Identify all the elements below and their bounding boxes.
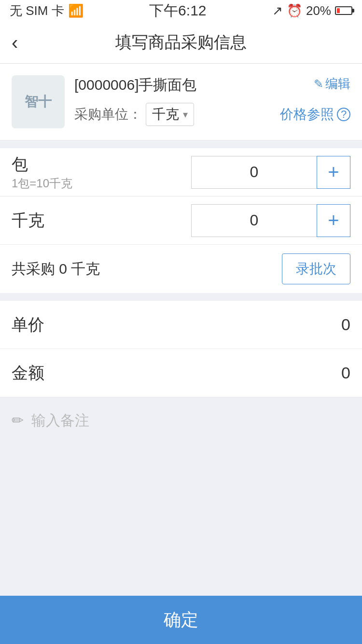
wifi-icon: 📶 (68, 3, 84, 18)
status-left: 无 SIM 卡 📶 (10, 2, 84, 19)
kg-label-main: 千克 (12, 210, 98, 232)
section-divider-1 (0, 140, 362, 148)
amount-row: 金额 0 (0, 349, 362, 397)
confirm-button[interactable]: 确定 (0, 596, 362, 644)
unit-row: 采购单位： 千克 ▾ 价格参照 ? (74, 103, 350, 126)
kg-input[interactable] (191, 204, 317, 237)
kg-plus-button[interactable]: + (317, 204, 350, 237)
status-right: ↗ ⏰ 20% (272, 3, 352, 18)
status-time: 下午6:12 (149, 1, 206, 21)
bao-label-sub: 1包=10千克 (12, 176, 98, 191)
price-ref-button[interactable]: 价格参照 ? (280, 105, 350, 124)
section-divider-2 (0, 293, 362, 301)
price-section: 单价 0 金额 0 (0, 301, 362, 397)
amount-value: 0 (341, 364, 350, 382)
unit-price-label: 单价 (12, 314, 44, 336)
alarm-icon: ⏰ (287, 3, 302, 18)
bao-input-right: + (191, 156, 350, 189)
location-icon: ↗ (272, 3, 283, 18)
kg-input-right: + (191, 204, 350, 237)
amount-label: 金额 (12, 362, 44, 384)
product-info: [0000006]手撕面包 ✎ 编辑 采购单位： 千克 ▾ 价格参照 ? (74, 75, 350, 126)
help-icon: ? (337, 108, 350, 121)
pencil-icon: ✏ (12, 412, 24, 429)
bao-input-row: 包 1包=10千克 + (0, 148, 362, 196)
input-section: 包 1包=10千克 + 千克 + (0, 148, 362, 245)
edit-button[interactable]: ✎ 编辑 (314, 75, 350, 92)
product-logo: 智十 (12, 75, 65, 128)
product-card: 智十 [0000006]手撕面包 ✎ 编辑 采购单位： 千克 ▾ (0, 64, 362, 140)
remark-section[interactable]: ✏ 输入备注 (0, 397, 362, 455)
bao-input[interactable] (191, 156, 317, 189)
logo-text: 智十 (25, 93, 52, 111)
batch-button[interactable]: 录批次 (282, 253, 350, 284)
no-sim-label: 无 SIM 卡 (10, 2, 64, 19)
edit-icon: ✎ (314, 77, 323, 91)
battery-percent: 20% (306, 3, 331, 18)
nav-bar: ‹ 填写商品采购信息 (0, 21, 362, 64)
bao-label-main: 包 (12, 154, 98, 176)
product-name: [0000006]手撕面包 (74, 75, 196, 95)
status-bar: 无 SIM 卡 📶 下午6:12 ↗ ⏰ 20% (0, 0, 362, 21)
price-ref-label: 价格参照 (280, 105, 334, 124)
bao-plus-button[interactable]: + (317, 156, 350, 189)
remark-placeholder: 输入备注 (31, 411, 89, 431)
battery-icon (335, 6, 352, 15)
unit-select[interactable]: 千克 ▾ (146, 103, 194, 126)
chevron-down-icon: ▾ (183, 109, 188, 120)
bao-label: 包 1包=10千克 (12, 154, 98, 191)
kg-label: 千克 (12, 210, 98, 232)
unit-label: 采购单位： (74, 105, 142, 124)
product-header: [0000006]手撕面包 ✎ 编辑 (74, 75, 350, 95)
summary-row: 共采购 0 千克 录批次 (0, 245, 362, 293)
page-title: 填写商品采购信息 (115, 31, 247, 54)
back-button[interactable]: ‹ (12, 33, 18, 52)
kg-input-row: 千克 + (0, 196, 362, 245)
unit-price-row: 单价 0 (0, 301, 362, 349)
summary-text: 共采购 0 千克 (12, 259, 100, 279)
unit-price-value: 0 (341, 315, 350, 334)
unit-value: 千克 (152, 105, 179, 124)
bottom-spacer (0, 455, 362, 596)
